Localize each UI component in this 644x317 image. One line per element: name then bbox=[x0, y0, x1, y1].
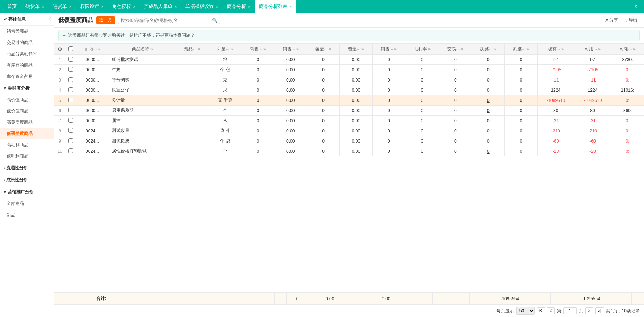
col-sales-count-header[interactable]: 销售...⇅ bbox=[372, 44, 405, 55]
row-browse1[interactable]: 0 bbox=[472, 55, 504, 65]
nav-roles[interactable]: 角色授权 × bbox=[108, 0, 140, 13]
row-select-checkbox[interactable] bbox=[68, 148, 73, 153]
select-all-checkbox[interactable] bbox=[68, 46, 73, 51]
browse1-link[interactable]: 0 bbox=[487, 67, 490, 72]
page-number-input[interactable] bbox=[564, 307, 577, 314]
sidebar-item-all-goods[interactable]: 全部商品 bbox=[0, 198, 54, 209]
nav-home[interactable]: 首页 bbox=[3, 0, 21, 13]
last-page-button[interactable]: >| bbox=[595, 307, 604, 314]
sidebar-item-category-turnover[interactable]: 商品分类动销率 bbox=[0, 48, 54, 60]
row-checkbox[interactable] bbox=[66, 85, 76, 95]
row-browse1[interactable]: 0 bbox=[472, 65, 504, 75]
page-size-select[interactable]: 50 100 200 bbox=[516, 307, 535, 315]
sidebar-group-liquidity[interactable]: › 流通性分析 bbox=[0, 162, 54, 174]
nav-permissions[interactable]: 权限设置 × bbox=[76, 0, 108, 13]
browse1-link[interactable]: 0 bbox=[487, 118, 490, 123]
row-checkbox[interactable] bbox=[66, 116, 76, 126]
sidebar-item-high-value[interactable]: 高价值商品 bbox=[0, 94, 54, 106]
row-checkbox[interactable] bbox=[66, 55, 76, 65]
col-current-stock-header[interactable]: 现有...⇅ bbox=[537, 44, 574, 55]
sidebar-item-low-margin[interactable]: 低毛利商品 bbox=[0, 151, 54, 162]
sidebar-item-traded-goods[interactable]: 交易过的商品 bbox=[0, 37, 54, 48]
nav-purchase[interactable]: 进货单 × bbox=[48, 0, 76, 13]
row-checkbox[interactable] bbox=[66, 106, 76, 116]
col-sales-amt-header[interactable]: 销售...⇅ bbox=[274, 44, 307, 55]
sidebar-item-sales-goods[interactable]: 销售类商品 bbox=[0, 26, 54, 37]
browse1-link[interactable]: 0 bbox=[487, 98, 490, 103]
nav-template[interactable]: 单据模板设置 × bbox=[181, 0, 223, 13]
browse1-link[interactable]: 0 bbox=[487, 57, 490, 62]
row-select-checkbox[interactable] bbox=[68, 108, 73, 112]
col-available-header[interactable]: 可用...⇅ bbox=[574, 44, 611, 55]
nav-roles-close[interactable]: × bbox=[133, 5, 136, 9]
sidebar-item-new-goods[interactable]: 新品 bbox=[0, 209, 54, 221]
row-checkbox[interactable] bbox=[66, 75, 76, 85]
browse1-link[interactable]: 0 bbox=[487, 149, 490, 154]
settings-icon[interactable]: ⚙ bbox=[58, 46, 62, 52]
row-select-checkbox[interactable] bbox=[68, 77, 73, 82]
search-input[interactable] bbox=[121, 18, 211, 23]
col-coverage2-header[interactable]: 覆盖...⇅ bbox=[340, 44, 373, 55]
nav-sales-close[interactable]: × bbox=[42, 5, 44, 9]
row-browse1[interactable]: 0 bbox=[472, 116, 504, 126]
col-settings[interactable]: ⚙ bbox=[54, 44, 66, 55]
row-select-checkbox[interactable] bbox=[68, 98, 73, 102]
sidebar-group-growth[interactable]: › 成长性分析 bbox=[0, 174, 54, 186]
col-saleable-header[interactable]: 可销...⇅ bbox=[611, 44, 644, 55]
row-select-checkbox[interactable] bbox=[68, 138, 73, 143]
nav-permissions-close[interactable]: × bbox=[101, 5, 103, 9]
row-browse1[interactable]: 0 bbox=[472, 106, 504, 116]
close-all-button[interactable]: × bbox=[631, 3, 641, 10]
row-select-checkbox[interactable] bbox=[68, 118, 73, 123]
row-checkbox[interactable] bbox=[66, 146, 76, 156]
row-browse1[interactable]: 0 bbox=[472, 126, 504, 136]
col-gross-rate-header[interactable]: 毛利率⇅ bbox=[405, 44, 439, 55]
row-browse1[interactable]: 0 bbox=[472, 95, 504, 106]
row-select-checkbox[interactable] bbox=[68, 128, 73, 133]
col-browse2-header[interactable]: 浏览...⇅ bbox=[504, 44, 537, 55]
row-checkbox[interactable] bbox=[66, 95, 76, 106]
nav-product-analysis[interactable]: 商品分析 × bbox=[223, 0, 255, 13]
col-code-header[interactable]: ⬆商...⇅ bbox=[76, 44, 109, 55]
sidebar-item-low-value[interactable]: 低价值商品 bbox=[0, 106, 54, 117]
browse1-link[interactable]: 0 bbox=[487, 139, 490, 144]
col-sales-qty-header[interactable]: 销售...⇅ bbox=[242, 44, 274, 55]
browse1-link[interactable]: 0 bbox=[487, 88, 490, 93]
nav-product-analysis-list-close[interactable]: × bbox=[290, 5, 292, 9]
sidebar-item-inventory-capital[interactable]: 库存资金占用 bbox=[0, 71, 54, 82]
col-name-header[interactable]: 商品名称⇅ bbox=[109, 44, 176, 55]
col-unit-header[interactable]: 计量...⇅ bbox=[209, 44, 242, 55]
row-select-checkbox[interactable] bbox=[68, 87, 73, 92]
row-browse1[interactable]: 0 bbox=[472, 75, 504, 85]
sidebar-group-marketing[interactable]: ∨ 营销推广分析 bbox=[0, 186, 54, 198]
next-page-button[interactable]: > bbox=[585, 307, 593, 314]
browse1-link[interactable]: 0 bbox=[487, 108, 490, 113]
row-checkbox[interactable] bbox=[66, 65, 76, 75]
sidebar-item-stocked-goods[interactable]: 有库存的商品 bbox=[0, 60, 54, 71]
browse1-link[interactable]: 0 bbox=[487, 78, 490, 83]
browse1-link[interactable]: 0 bbox=[487, 128, 490, 134]
nav-product-analysis-close[interactable]: × bbox=[248, 5, 250, 9]
col-spec-header[interactable]: 规格...⇅ bbox=[176, 44, 209, 55]
prev-page-button[interactable]: < bbox=[547, 307, 555, 314]
time-filter-button[interactable]: 近一月 bbox=[96, 16, 115, 24]
row-checkbox[interactable] bbox=[66, 136, 76, 146]
nav-product-analysis-list[interactable]: 商品分析列表 × bbox=[255, 0, 296, 13]
row-browse1[interactable]: 0 bbox=[472, 85, 504, 95]
col-browse1-header[interactable]: 浏览...⇅ bbox=[472, 44, 504, 55]
row-browse1[interactable]: 0 bbox=[472, 136, 504, 146]
sidebar-item-low-coverage[interactable]: 低覆盖度商品 bbox=[0, 128, 54, 139]
export-button[interactable]: ↓ 导出 bbox=[623, 16, 640, 24]
row-select-checkbox[interactable] bbox=[68, 57, 73, 62]
row-checkbox[interactable] bbox=[66, 126, 76, 136]
sidebar-item-high-coverage[interactable]: 高覆盖度商品 bbox=[0, 117, 54, 128]
nav-production-close[interactable]: × bbox=[174, 5, 177, 9]
row-select-checkbox[interactable] bbox=[68, 67, 73, 72]
nav-template-close[interactable]: × bbox=[216, 5, 218, 9]
col-coverage1-header[interactable]: 覆盖...⇅ bbox=[307, 44, 340, 55]
sidebar-collapse-button[interactable]: 《 bbox=[46, 16, 51, 23]
first-page-button[interactable]: K bbox=[537, 307, 545, 314]
col-trade-header[interactable]: 交易...⇅ bbox=[439, 44, 472, 55]
sidebar-item-high-margin[interactable]: 高毛利商品 bbox=[0, 139, 54, 151]
nav-production[interactable]: 产成品入库单 × bbox=[140, 0, 181, 13]
